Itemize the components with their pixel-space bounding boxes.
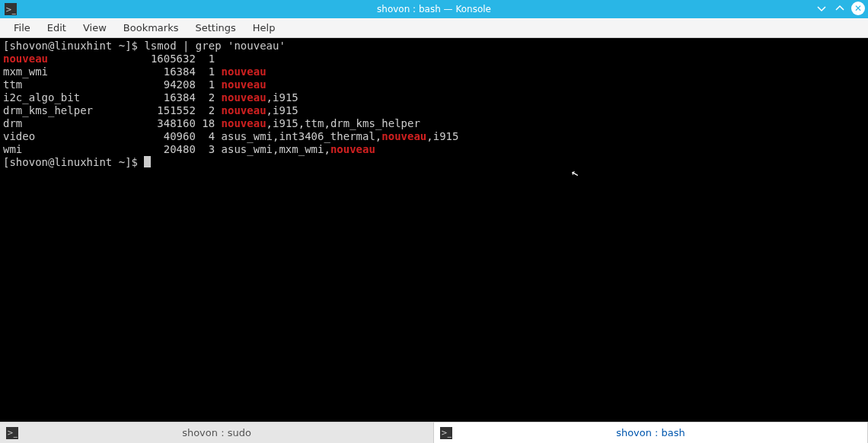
menu-file[interactable]: File <box>6 21 38 35</box>
output-line: mxm_wmi 16384 1 nouveau <box>3 65 266 78</box>
output-line: ttm 94208 1 nouveau <box>3 78 266 91</box>
menu-settings[interactable]: Settings <box>187 21 243 35</box>
menu-bookmarks[interactable]: Bookmarks <box>116 21 187 35</box>
menu-help[interactable]: Help <box>245 21 283 35</box>
maximize-button[interactable] <box>833 2 847 15</box>
window-controls: ✕ <box>815 2 865 15</box>
window-title: shovon : bash — Konsole <box>377 4 491 14</box>
output-line: video 40960 4 asus_wmi,int3406_thermal,n… <box>3 130 458 142</box>
tab-sudo[interactable]: >_ shovon : sudo <box>0 422 434 443</box>
minimize-button[interactable] <box>815 2 828 15</box>
terminal-icon: >_ <box>440 427 452 439</box>
output-line: wmi 20480 3 asus_wmi,mxm_wmi,nouveau <box>3 143 375 155</box>
tab-bar: >_ shovon : sudo >_ shovon : bash <box>0 422 868 443</box>
output-line: drm_kms_helper 151552 2 nouveau,i915 <box>3 104 298 116</box>
menubar: File Edit View Bookmarks Settings Help <box>0 18 868 38</box>
app-icon: >_ <box>5 3 17 15</box>
output-line: i2c_algo_bit 16384 2 nouveau,i915 <box>3 91 298 104</box>
output-line: nouveau 1605632 1 <box>3 53 222 65</box>
terminal-icon: >_ <box>6 427 18 439</box>
tab-label: shovon : bash <box>616 427 685 438</box>
menu-view[interactable]: View <box>75 21 114 35</box>
tab-bash[interactable]: >_ shovon : bash <box>434 422 868 443</box>
window-titlebar: >_ shovon : bash — Konsole ✕ <box>0 0 868 18</box>
mouse-pointer-icon: ↖ <box>570 165 580 180</box>
prompt: [shovon@linuxhint ~]$ <box>3 40 144 52</box>
cursor <box>144 156 151 167</box>
output-line: drm 348160 18 nouveau,i915,ttm,drm_kms_h… <box>3 117 420 129</box>
menu-edit[interactable]: Edit <box>40 21 74 35</box>
command: lsmod | grep 'nouveau' <box>144 40 285 52</box>
terminal-view[interactable]: [shovon@linuxhint ~]$ lsmod | grep 'nouv… <box>0 38 868 422</box>
tab-label: shovon : sudo <box>182 427 251 438</box>
prompt: [shovon@linuxhint ~]$ <box>3 156 144 168</box>
close-button[interactable]: ✕ <box>851 2 865 15</box>
